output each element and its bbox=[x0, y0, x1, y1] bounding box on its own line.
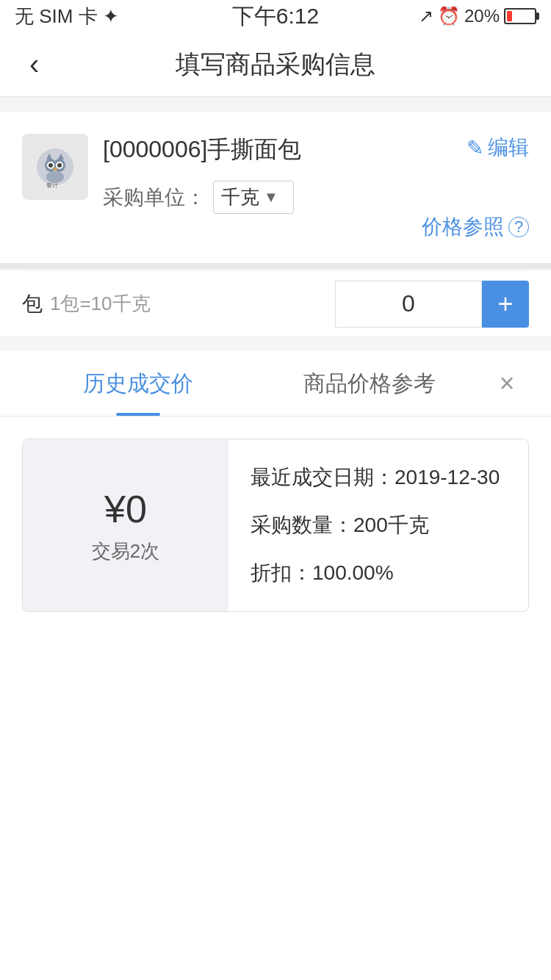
edit-button[interactable]: ✎ 编辑 bbox=[467, 134, 529, 162]
price-ref-icon: ? bbox=[508, 217, 529, 237]
tabs-header: 历史成交价 商品价格参考 × bbox=[0, 351, 551, 417]
price-card-right: 最近成交日期：2019-12-30 采购数量：200千克 折扣：100.00% bbox=[228, 439, 528, 611]
quantity-row: 包 1包=10千克 0 + bbox=[22, 270, 529, 336]
tab-history-price[interactable]: 历史成交价 bbox=[22, 351, 253, 416]
product-info: [0000006]手撕面包 采购单位： 千克 ▼ bbox=[103, 134, 301, 214]
quantity-row-detail: 采购数量：200千克 bbox=[251, 509, 506, 542]
discount-value: 100.00% bbox=[312, 561, 394, 584]
price-ref-label: 价格参照 bbox=[422, 213, 504, 241]
alarm-icon: ⏰ bbox=[438, 6, 460, 26]
page-title: 填写商品采购信息 bbox=[176, 48, 375, 82]
quantity-conversion: 1包=10千克 bbox=[50, 291, 151, 317]
quantity-value: 0 bbox=[402, 290, 415, 317]
edit-label: 编辑 bbox=[488, 134, 529, 162]
product-thumbnail: 餐计 bbox=[33, 145, 77, 189]
battery-icon bbox=[504, 8, 536, 24]
product-unit-row: 采购单位： 千克 ▼ bbox=[103, 181, 301, 214]
product-section: 餐计 [0000006]手撕面包 采购单位： 千克 ▼ ✎ 编辑 bbox=[0, 112, 551, 263]
tab-history-label: 历史成交价 bbox=[83, 369, 193, 399]
tab-close-button[interactable]: × bbox=[485, 351, 529, 416]
edit-icon: ✎ bbox=[467, 136, 483, 160]
price-card-left: ¥0 交易2次 bbox=[23, 439, 228, 611]
price-amount: ¥0 bbox=[104, 487, 147, 531]
tab-price-reference[interactable]: 商品价格参考 bbox=[253, 351, 485, 416]
quantity-plus-button[interactable]: + bbox=[482, 281, 529, 328]
quantity-label: 采购数量： bbox=[251, 514, 353, 536]
battery-percent: 20% bbox=[464, 6, 500, 26]
back-button[interactable]: ‹ bbox=[22, 40, 46, 88]
unit-select-dropdown[interactable]: 千克 ▼ bbox=[213, 181, 294, 214]
price-reference-button[interactable]: 价格参照 ? bbox=[422, 213, 529, 241]
unit-select-value: 千克 bbox=[221, 184, 259, 210]
status-bar: 无 SIM 卡 ✦ 下午6:12 ↗ ⏰ 20% bbox=[0, 0, 551, 32]
recent-date-row: 最近成交日期：2019-12-30 bbox=[251, 461, 506, 494]
recent-date-value: 2019-12-30 bbox=[395, 466, 500, 489]
nav-bar: ‹ 填写商品采购信息 bbox=[0, 32, 551, 97]
quantity-section: 包 1包=10千克 0 + bbox=[0, 270, 551, 336]
quantity-input[interactable]: 0 bbox=[335, 281, 482, 328]
quantity-unit-info: 包 1包=10千克 bbox=[22, 290, 151, 318]
unit-label: 采购单位： bbox=[103, 184, 206, 212]
product-image: 餐计 bbox=[22, 134, 88, 200]
status-left: 无 SIM 卡 ✦ bbox=[15, 4, 119, 29]
tabs-section: 历史成交价 商品价格参考 × ¥0 交易2次 最近成交日期：2019-12-30… bbox=[0, 351, 551, 980]
status-time: 下午6:12 bbox=[232, 1, 319, 32]
discount-label: 折扣： bbox=[251, 561, 312, 584]
recent-date-label: 最近成交日期： bbox=[251, 466, 395, 489]
main-content bbox=[0, 634, 551, 980]
currency-symbol: ¥ bbox=[104, 488, 126, 530]
price-card: ¥0 交易2次 最近成交日期：2019-12-30 采购数量：200千克 折扣：… bbox=[22, 439, 529, 612]
price-card-area: ¥0 交易2次 最近成交日期：2019-12-30 采购数量：200千克 折扣：… bbox=[0, 417, 551, 634]
quantity-detail-value: 200千克 bbox=[353, 514, 429, 536]
section-divider bbox=[0, 263, 551, 269]
svg-point-5 bbox=[48, 163, 53, 167]
product-header: 餐计 [0000006]手撕面包 采购单位： 千克 ▼ ✎ 编辑 bbox=[22, 134, 529, 241]
location-icon: ↗ bbox=[419, 6, 433, 26]
product-right: ✎ 编辑 价格参照 ? bbox=[422, 134, 529, 241]
svg-point-10 bbox=[46, 171, 64, 183]
amount-value: 0 bbox=[126, 488, 147, 530]
product-left: 餐计 [0000006]手撕面包 采购单位： 千克 ▼ bbox=[22, 134, 301, 214]
quantity-control: 0 + bbox=[335, 281, 529, 328]
unit-dropdown-arrow: ▼ bbox=[264, 189, 278, 206]
discount-row: 折扣：100.00% bbox=[251, 557, 506, 590]
price-times: 交易2次 bbox=[92, 538, 159, 564]
status-right: ↗ ⏰ 20% bbox=[419, 6, 536, 26]
product-name: [0000006]手撕面包 bbox=[103, 134, 301, 166]
svg-point-7 bbox=[53, 167, 57, 170]
tab-active-indicator bbox=[116, 413, 160, 416]
quantity-unit-name: 包 bbox=[22, 290, 43, 318]
svg-text:餐计: 餐计 bbox=[46, 182, 58, 189]
no-sim-label: 无 SIM 卡 ✦ bbox=[15, 5, 119, 27]
tab-price-ref-label: 商品价格参考 bbox=[303, 369, 436, 399]
svg-point-6 bbox=[57, 163, 62, 167]
